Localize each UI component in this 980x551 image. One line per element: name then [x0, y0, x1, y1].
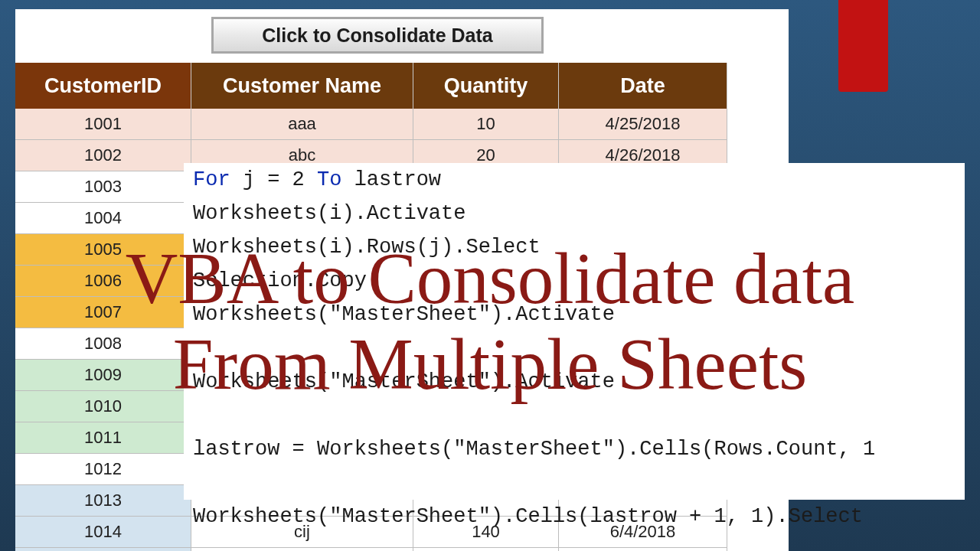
code-line: lastrow = Worksheets("MasterSheet").Cell… [193, 432, 965, 466]
code-keyword: For [193, 168, 230, 191]
code-text: lastrow [341, 168, 441, 191]
consolidate-button[interactable]: Click to Consolidate Data [211, 17, 544, 54]
cell-customer-id[interactable]: 1014 [15, 517, 191, 548]
cell-quantity[interactable]: 150 [413, 548, 559, 551]
table-row[interactable]: 1001aaa104/25/2018 [15, 109, 789, 140]
cell-customer-id[interactable]: 1004 [15, 203, 191, 234]
header-customer-name: Customer Name [191, 63, 413, 109]
code-keyword: To [317, 168, 341, 191]
table-row[interactable]: 1015ckl1506/5/2018 [15, 548, 789, 551]
table-header-row: CustomerID Customer Name Quantity Date [15, 63, 727, 109]
cell-customer-id[interactable]: 1013 [15, 485, 191, 517]
header-quantity: Quantity [413, 63, 559, 109]
code-line: Worksheets("MasterSheet").Cells(lastrow … [193, 500, 965, 533]
cell-customer-id[interactable]: 1012 [15, 454, 191, 485]
cell-customer-id[interactable]: 1001 [15, 109, 191, 140]
cell-date[interactable]: 4/25/2018 [559, 109, 727, 140]
cell-date[interactable]: 6/5/2018 [559, 548, 727, 551]
title-line-1: VBA to Consolidate data [126, 238, 855, 319]
cell-customer-name[interactable]: ckl [191, 548, 413, 551]
cell-customer-id[interactable]: 1015 [15, 548, 191, 551]
code-text: j = 2 [230, 168, 317, 191]
code-line: Worksheets(i).Activate [193, 197, 965, 230]
title-line-2: From Multiple Sheets [173, 324, 808, 405]
header-customer-id: CustomerID [15, 63, 191, 109]
code-line [193, 466, 965, 500]
header-date: Date [559, 63, 727, 109]
cell-customer-name[interactable]: aaa [191, 109, 413, 140]
slide-title: VBA to Consolidate data From Multiple Sh… [31, 236, 949, 407]
decorative-red-tab [838, 0, 888, 92]
code-line: For j = 2 To lastrow [193, 163, 965, 197]
cell-customer-id[interactable]: 1011 [15, 422, 191, 454]
cell-quantity[interactable]: 10 [413, 109, 559, 140]
cell-customer-id[interactable]: 1003 [15, 171, 191, 203]
cell-customer-id[interactable]: 1002 [15, 140, 191, 171]
